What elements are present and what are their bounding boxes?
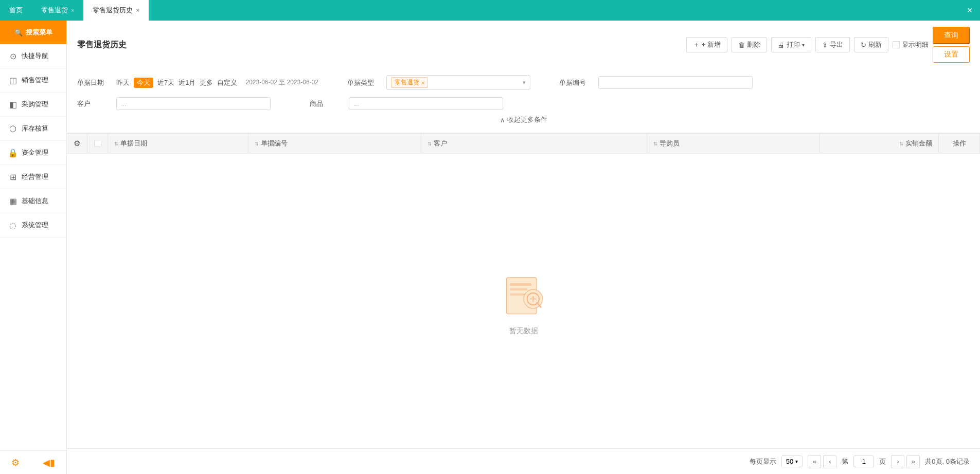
query-button[interactable]: 查询 xyxy=(933,27,970,44)
first-page-button[interactable]: « xyxy=(808,455,821,468)
per-page-chevron-icon: ▾ xyxy=(795,459,798,464)
page-number-input[interactable] xyxy=(853,455,874,467)
prev-page-button[interactable]: ‹ xyxy=(823,455,836,468)
goods-label: 商品 xyxy=(310,99,341,108)
action-buttons: 查询 设置 xyxy=(933,27,970,63)
print-icon: 🖨 xyxy=(778,41,785,49)
sort-date-icon[interactable]: ⇅ xyxy=(114,141,118,147)
print-button[interactable]: 🖨 打印 ▾ xyxy=(771,37,811,52)
customer-input[interactable]: ... xyxy=(116,97,271,110)
inventory-icon: ⬡ xyxy=(8,124,17,133)
doc-number-label: 单据编号 xyxy=(559,78,590,87)
date-filter-label: 单据日期 xyxy=(77,78,108,87)
th-date: ⇅ 单据日期 xyxy=(108,134,248,153)
search-icon: 🔍 xyxy=(14,29,23,37)
filter-row-1: 单据日期 昨天 今天 近7天 近1月 更多 自定义 2023-06-02 至 2… xyxy=(77,73,970,92)
sort-guide-icon[interactable]: ⇅ xyxy=(653,141,657,147)
goods-input[interactable]: ... xyxy=(349,97,503,110)
date-opt-more[interactable]: 更多 xyxy=(200,78,213,87)
export-button[interactable]: ⇪ 导出 xyxy=(815,37,850,52)
sort-amount-icon[interactable]: ⇅ xyxy=(899,141,903,147)
collapse-button[interactable]: ∧ 收起更多条件 xyxy=(494,114,554,125)
empty-text: 暂无数据 xyxy=(509,326,538,336)
sidebar: 🔍 搜索菜单 ⊙ 快捷导航 ◫ 销售管理 ◧ 采购管理 ⬡ 库存核算 🔒 资金 xyxy=(0,21,67,474)
svg-rect-2 xyxy=(510,288,527,290)
tab-retail-return[interactable]: 零售退货 × xyxy=(32,0,83,21)
page-label: 第 xyxy=(842,457,848,466)
doc-number-input[interactable] xyxy=(598,76,753,89)
empty-state: 暂无数据 xyxy=(67,154,980,448)
home-icon: ⊙ xyxy=(8,51,17,61)
settings-footer-icon[interactable]: ⚙ xyxy=(11,457,20,468)
new-button[interactable]: ＋ + 新增 xyxy=(686,37,727,52)
empty-illustration xyxy=(498,267,549,318)
sidebar-item-basic-info[interactable]: ▦ 基础信息 xyxy=(0,189,66,213)
filter-row-2: 客户 ... 商品 ... xyxy=(77,95,970,112)
tab-retail-return-history[interactable]: 零售退货历史 × xyxy=(83,0,148,21)
sidebar-footer: ⚙ ◀▮ xyxy=(0,450,66,474)
sidebar-item-inventory[interactable]: ⬡ 库存核算 xyxy=(0,117,66,141)
filter-area: 单据日期 昨天 今天 近7天 近1月 更多 自定义 2023-06-02 至 2… xyxy=(77,68,970,133)
sidebar-item-quick-nav[interactable]: ⊙ 快捷导航 xyxy=(0,44,66,68)
sidebar-item-operations[interactable]: ⊞ 经营管理 xyxy=(0,165,66,189)
setting-button[interactable]: 设置 xyxy=(933,46,970,63)
show-detail-checkbox-area[interactable]: 显示明细 xyxy=(893,40,929,49)
date-opt-today[interactable]: 今天 xyxy=(134,78,153,88)
sort-number-icon[interactable]: ⇅ xyxy=(255,141,259,147)
sidebar-nav: ⊙ 快捷导航 ◫ 销售管理 ◧ 采购管理 ⬡ 库存核算 🔒 资金管理 ⊞ 经营管… xyxy=(0,44,66,450)
th-guide: ⇅ 导购员 xyxy=(647,134,819,153)
sort-customer-icon[interactable]: ⇅ xyxy=(427,141,432,147)
delete-button[interactable]: 🗑 删除 xyxy=(732,37,767,52)
tab-home[interactable]: 首页 xyxy=(0,0,32,21)
page-nav: « ‹ xyxy=(808,455,836,468)
collapse-row: ∧ 收起更多条件 xyxy=(77,112,970,127)
operations-icon: ⊞ xyxy=(8,172,17,181)
goods-placeholder: ... xyxy=(353,100,359,107)
top-bar: 首页 零售退货 × 零售退货历史 × × xyxy=(0,0,980,21)
tab-retail-return-history-close[interactable]: × xyxy=(136,7,139,13)
print-chevron-icon: ▾ xyxy=(802,42,805,48)
search-menu-button[interactable]: 🔍 搜索菜单 xyxy=(0,21,66,44)
refresh-button[interactable]: ↻ 刷新 xyxy=(854,37,888,52)
purchase-icon: ◧ xyxy=(8,100,17,109)
th-checkbox[interactable] xyxy=(87,134,108,153)
th-amount: ⇅ 实销金额 xyxy=(819,134,939,153)
toolbar: ＋ + 新增 🗑 删除 🖨 打印 ▾ ⇪ 导出 xyxy=(686,27,970,63)
show-detail-checkbox[interactable] xyxy=(893,41,900,48)
customer-placeholder: ... xyxy=(121,100,127,107)
sidebar-item-system[interactable]: ◌ 系统管理 xyxy=(0,213,66,238)
doc-type-tag: 零售退货 × xyxy=(391,77,428,88)
main-layout: 🔍 搜索菜单 ⊙ 快捷导航 ◫ 销售管理 ◧ 采购管理 ⬡ 库存核算 🔒 资金 xyxy=(0,21,980,474)
finance-icon: 🔒 xyxy=(8,148,17,157)
sidebar-item-purchase[interactable]: ◧ 采购管理 xyxy=(0,93,66,117)
collapse-up-icon: ∧ xyxy=(500,116,505,124)
table-section: ⚙ ⇅ 单据日期 ⇅ 单据编号 ⇅ 客户 ⇅ xyxy=(67,133,980,448)
sound-footer-icon[interactable]: ◀▮ xyxy=(43,457,55,468)
th-settings[interactable]: ⚙ xyxy=(67,134,87,153)
date-opt-7days[interactable]: 近7天 xyxy=(157,78,174,87)
window-close-button[interactable]: × xyxy=(959,0,980,21)
per-page-label: 每页显示 xyxy=(750,457,776,466)
date-opt-1month[interactable]: 近1月 xyxy=(179,78,195,87)
date-opt-custom[interactable]: 自定义 xyxy=(217,78,237,87)
table-settings-icon[interactable]: ⚙ xyxy=(74,139,80,148)
page-title-row: 零售退货历史 ＋ + 新增 🗑 删除 🖨 打印 ▾ xyxy=(77,27,970,63)
refresh-icon: ↻ xyxy=(861,41,866,49)
new-icon: ＋ xyxy=(693,40,700,49)
svg-rect-1 xyxy=(510,283,531,285)
table-header: ⚙ ⇅ 单据日期 ⇅ 单据编号 ⇅ 客户 ⇅ xyxy=(67,133,980,154)
th-customer: ⇅ 客户 xyxy=(421,134,647,153)
sidebar-item-sales[interactable]: ◫ 销售管理 xyxy=(0,68,66,93)
page-header: 零售退货历史 ＋ + 新增 🗑 删除 🖨 打印 ▾ xyxy=(67,21,980,133)
per-page-select[interactable]: 50 ▾ xyxy=(781,455,803,467)
last-page-button[interactable]: » xyxy=(906,455,920,468)
date-opt-yesterday[interactable]: 昨天 xyxy=(116,78,130,87)
tab-retail-return-close[interactable]: × xyxy=(71,7,74,13)
sidebar-item-finance[interactable]: 🔒 资金管理 xyxy=(0,141,66,165)
next-page-button[interactable]: › xyxy=(891,455,904,468)
system-icon: ◌ xyxy=(8,221,17,230)
content-area: 零售退货历史 ＋ + 新增 🗑 删除 🖨 打印 ▾ xyxy=(67,21,980,474)
doc-type-select[interactable]: 零售退货 × ▾ xyxy=(386,75,530,90)
doc-type-tag-close[interactable]: × xyxy=(421,80,424,86)
th-select-all-checkbox[interactable] xyxy=(94,140,101,147)
